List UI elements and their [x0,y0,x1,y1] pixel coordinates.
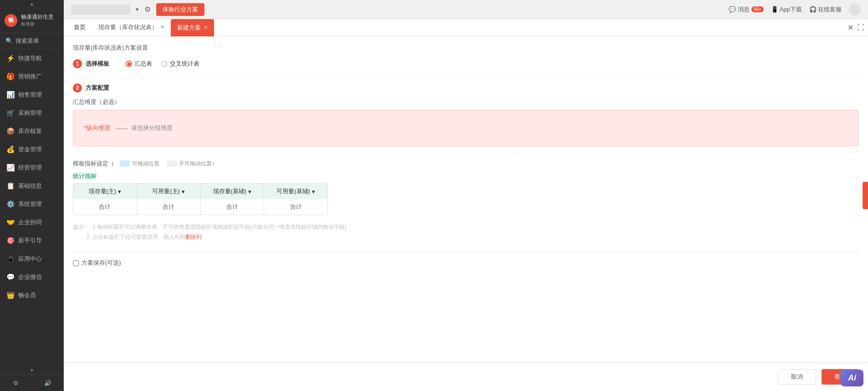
tab-new-plan-close[interactable]: ✕ [204,25,208,31]
tips-item-2: 2. 点击标题栏下拉可设置排序、插入列和删除列 [73,232,859,242]
section2-header: 2 方案配置 [73,83,859,93]
sidebar-item-cooperation[interactable]: 🤝 企业协同 [0,213,64,232]
newbie-icon: 🎯 [6,237,15,245]
stat-col-available-aux[interactable]: 可用量(基辅) ▾ [264,184,327,199]
section1-title: 选择模板 [86,60,109,68]
cooperation-icon: 🤝 [6,218,15,226]
sidebar-item-label: 企业协同 [18,218,42,226]
sidebar-item-newbie[interactable]: 🎯 新手引导 [0,232,64,250]
app-logo-icon: 畅 [5,14,17,27]
option-cross[interactable]: 交叉统计表 [161,60,199,68]
sidebar-item-purchase[interactable]: 🛒 采购管理 [0,104,64,122]
dimension-area[interactable]: *纵向维度 —— 请选择分组维度 [73,110,859,146]
tab-home-label: 首页 [74,23,86,31]
template-options: 汇总表 交叉统计表 [126,60,199,68]
base-info-icon: 📋 [6,182,15,190]
dimension-label: 汇总维度（必选） [73,98,859,106]
topbar-dropdown-button[interactable]: ▾ [136,6,139,13]
search-menu-label: 搜索菜单 [15,37,39,45]
user-avatar [849,4,861,15]
tab-inventory-status-close[interactable]: ✕ [160,24,164,30]
topbar-search-input[interactable] [71,5,130,15]
sidebar-item-label: 库存核算 [18,127,42,135]
stat-col-header: 现存量(基辅) ▾ [203,187,262,196]
stat-col-dropdown-icon[interactable]: ▾ [182,188,185,195]
stat-col-header: 可用量(基辅) ▾ [266,187,326,196]
stat-col-stock-main[interactable]: 现存量(主) ▾ [73,184,137,199]
legend-draggable: 可拖动位置 [120,160,159,168]
purchase-icon: 🛒 [6,109,15,117]
tab-bar: 首页 现存量（库存状况表） ✕ 新建方案 ✕ ✕ ⛶ [64,19,868,36]
section2-num: 2 [73,83,82,93]
stat-col-available-main[interactable]: 可用量(主) ▾ [137,184,201,199]
option-cross-label: 交叉统计表 [170,60,199,68]
stat-col-stock-aux[interactable]: 现存量(基辅) ▾ [201,184,265,199]
search-icon: 🔍 [5,37,13,44]
sidebar-item-label: 系统管理 [18,200,42,208]
ai-badge[interactable]: Ai [841,370,863,386]
sidebar-item-marketing[interactable]: 🎁 营销推广 [0,67,64,86]
tips-title: 提示： 1.拖动标题栏可以调整布局，不可跨维度或指标区域拖动栏目字段(只能在同一… [73,222,859,232]
message-button[interactable]: 💬 消息 99+ [729,5,764,14]
save-checkbox[interactable] [73,260,79,266]
settings-button[interactable]: ⚙ [0,375,32,391]
stat-col-dropdown-icon[interactable]: ▾ [312,188,315,195]
sidebar-item-base-info[interactable]: 📋 基础信息 [0,177,64,195]
sidebar-scroll-up[interactable]: ▲ [0,0,64,8]
option-summary[interactable]: 汇总表 [126,60,152,68]
sidebar: ▲ 畅 畅康通好生意 标准版 🔍 搜索菜单 ⚡ 快捷导航 🎁 营销推广 📊 销售… [0,0,64,391]
tips-highlight: 删除列 [185,234,202,240]
topbar: ▾ ⚙ 体验行业方案 💬 消息 99+ 📱 App下载 🎧 在线客服 [64,0,868,19]
main-content: ▾ ⚙ 体验行业方案 💬 消息 99+ 📱 App下载 🎧 在线客服 首页 [64,0,868,391]
tab-close-all-button[interactable]: ✕ [848,23,853,32]
divider-1 [73,77,859,78]
user-menu-button[interactable] [849,4,861,15]
service-icon: 🎧 [809,6,817,13]
sound-button[interactable]: 🔊 [32,375,64,391]
operations-icon: 📈 [6,164,15,172]
sidebar-item-label: 基础信息 [18,182,42,190]
app-download-button[interactable]: 📱 App下载 [771,5,802,14]
tips: 提示： 1.拖动标题栏可以调整布局，不可跨维度或指标区域拖动栏目字段(只能在同一… [73,222,859,242]
stat-col-dropdown-icon[interactable]: ▾ [248,188,251,195]
stat-body-col-3: 合计 [201,199,265,215]
inventory-icon: 📦 [6,127,15,135]
stat-col-dropdown-icon[interactable]: ▾ [118,188,121,195]
sidebar-item-wechat[interactable]: 💬 企业微信 [0,268,64,286]
sidebar-item-label: 资金管理 [18,145,42,154]
app-center-icon: 📱 [6,255,15,263]
topbar-gear-button[interactable]: ⚙ [144,5,151,14]
tab-inventory-status[interactable]: 现存量（库存状况表） ✕ [92,19,171,36]
indicator-settings: 模板指标设定（ 可拖动位置 不可拖动位置） 统计指标 [73,159,859,242]
sidebar-logo: 畅 畅康通好生意 标准版 [0,8,64,33]
tab-expand-button[interactable]: ⛶ [857,24,864,32]
service-button[interactable]: 🎧 在线客服 [809,5,842,14]
right-panel-handle[interactable] [863,182,868,209]
sidebar-item-sales[interactable]: 📊 销售管理 [0,86,64,104]
sidebar-item-label: 新手引导 [18,237,42,245]
sidebar-item-app-center[interactable]: 📱 应用中心 [0,250,64,268]
dimension-placeholder: 请选择分组维度 [131,124,173,132]
legend-non-draggable: 不可拖动位置） [167,160,217,168]
sidebar-item-operations[interactable]: 📈 经营管理 [0,159,64,177]
indicator-settings-text: 模板指标设定（ [73,159,114,168]
search-menu-item[interactable]: 🔍 搜索菜单 [0,33,64,49]
indicator-settings-label: 模板指标设定（ 可拖动位置 不可拖动位置） [73,159,859,168]
cancel-button[interactable]: 取消 [778,369,816,385]
sidebar-item-label: 企业微信 [18,273,42,281]
radio-cross-dot [161,61,168,67]
sidebar-item-inventory[interactable]: 📦 库存核算 [0,122,64,140]
sidebar-item-system[interactable]: ⚙️ 系统管理 [0,195,64,213]
sidebar-item-label: 快捷导航 [18,54,42,62]
trial-btn[interactable]: 体验行业方案 [156,3,204,16]
sidebar-scroll-down[interactable]: ▼ [0,366,64,375]
sidebar-item-label: 经营管理 [18,164,42,172]
tab-home[interactable]: 首页 [67,19,92,36]
sidebar-item-quick-nav[interactable]: ⚡ 快捷导航 [0,49,64,67]
tab-new-plan[interactable]: 新建方案 ✕ [171,19,214,36]
page-footer: 取消 查询 [64,362,868,391]
finance-icon: 💰 [6,145,15,154]
sidebar-item-finance[interactable]: 💰 资金管理 [0,140,64,159]
sidebar-item-member[interactable]: 👑 畅会员 [0,286,64,304]
divider-3 [73,251,859,252]
